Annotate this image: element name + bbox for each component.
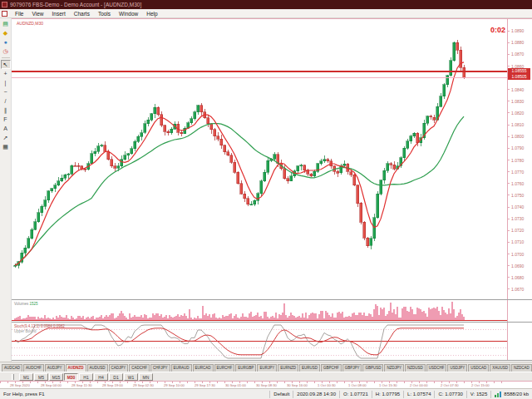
svg-text:1.0820: 1.0820: [511, 111, 525, 116]
window-title: 9079076 FBS-Demo - Demo Account - [AUDNZ…: [10, 2, 141, 7]
chart-window[interactable]: 1.08901.08801.08701.08601.08501.08401.08…: [12, 18, 532, 362]
trendline-icon[interactable]: /: [1, 96, 11, 106]
alarm-icon[interactable]: ◷: [1, 47, 11, 56]
menu-tools[interactable]: Tools: [94, 11, 115, 17]
svg-text:1.0880: 1.0880: [511, 40, 525, 45]
chart-tab-audusd[interactable]: AUDUSD: [87, 364, 108, 372]
menu-window[interactable]: Window: [115, 11, 142, 17]
globe-icon[interactable]: ●: [1, 37, 11, 47]
date-label: 2 Oct 00:00: [410, 383, 440, 387]
chart-tab-gbpchf[interactable]: GBPCHF: [321, 364, 342, 372]
date-label: 29 Sep 17:30: [195, 383, 224, 387]
svg-text:1.0810: 1.0810: [511, 122, 525, 127]
bid-price-tag: 1.08505: [508, 74, 530, 80]
menu-charts[interactable]: Charts: [70, 11, 94, 17]
svg-text:1.0840: 1.0840: [511, 87, 525, 92]
chart-tab-nzdjpy[interactable]: NZDJPY: [384, 364, 404, 372]
templates-icon[interactable]: ◆: [1, 28, 11, 37]
horizontal-line-icon[interactable]: −: [1, 87, 11, 96]
chart-tab-xauusd[interactable]: XAUUSD: [490, 364, 510, 372]
chart-tabs-bar: AUDCADAUDCHFAUDJPYAUDNZDAUDUSDCADJPYCADC…: [0, 362, 532, 372]
title-bar: 9079076 FBS-Demo - Demo Account - [AUDNZ…: [0, 0, 532, 9]
date-label: 29 Sep 02:30: [133, 383, 163, 387]
svg-text:1.0750: 1.0750: [511, 193, 525, 198]
volumes-indicator-label: Volumes 1525: [14, 302, 38, 306]
fibonacci-icon[interactable]: F: [1, 115, 11, 124]
arrow-icon[interactable]: ↗: [1, 133, 11, 142]
symbol-period-label: AUDNZD,M30: [17, 21, 43, 26]
chart-tab-audcad[interactable]: AUDCAD: [2, 364, 22, 372]
date-label: 30 Sep 08:30: [256, 383, 286, 387]
timeframe-m15[interactable]: M15: [49, 373, 63, 381]
chart-tab-nzdcad[interactable]: NZDCAD: [511, 364, 532, 372]
candle-countdown-timer: 0:02: [469, 26, 505, 34]
chart-tab-eurgbp[interactable]: EURGBP: [235, 364, 256, 372]
chart-tab-audnzd[interactable]: AUDNZD: [66, 364, 86, 372]
chart-tab-chfjpy[interactable]: CHFJPY: [150, 364, 170, 372]
menu-insert[interactable]: Insert: [47, 11, 69, 17]
chart-tab-cadjpy[interactable]: CADJPY: [109, 364, 129, 372]
oscillator-sub-label: Upper Bound: [14, 329, 37, 333]
svg-text:1.0760: 1.0760: [511, 181, 525, 186]
chart-tab-audjpy[interactable]: AUDJPY: [45, 364, 65, 372]
shapes-icon[interactable]: ▦: [1, 142, 11, 151]
svg-text:1.0780: 1.0780: [511, 158, 525, 163]
date-label: 30 Sep 16:00: [287, 383, 317, 387]
timeframe-w1[interactable]: W1: [124, 373, 138, 381]
vertical-line-icon[interactable]: |: [1, 78, 11, 87]
status-connection: 8588/20 kb: [490, 391, 532, 398]
price-chart[interactable]: 1.08901.08801.08701.08601.08501.08401.08…: [12, 18, 532, 362]
status-high: H: 1.07795: [372, 391, 403, 398]
mt4-window: 9079076 FBS-Demo - Demo Account - [AUDNZ…: [0, 0, 532, 399]
svg-text:1.0680: 1.0680: [511, 275, 525, 280]
chart-tab-gbpjpy[interactable]: GBPJPY: [342, 364, 362, 372]
date-axis: 28 Sep 202028 Sep 04:0028 Sep 11:3028 Se…: [0, 381, 532, 388]
toolbar-grip[interactable]: [12, 374, 14, 380]
chart-tab-cadchf[interactable]: CADCHF: [129, 364, 150, 372]
chart-tab-eurnzd[interactable]: EURNZD: [278, 364, 298, 372]
chart-tab-audchf[interactable]: AUDCHF: [23, 364, 44, 372]
status-bar-time: 2020.09.28 14:30: [293, 391, 339, 398]
chart-tab-gbpusd[interactable]: GBPUSD: [362, 364, 383, 372]
chart-tab-eurjpy[interactable]: EURJPY: [257, 364, 277, 372]
timeframe-h4[interactable]: H4: [94, 373, 108, 381]
timeframe-toolbar: M1M5M15M30H1H4D1W1MN: [0, 372, 532, 381]
svg-text:1.0730: 1.0730: [511, 216, 525, 221]
date-label: 1 Oct 08:00: [348, 383, 378, 387]
date-label: 1 Oct 15:30: [379, 383, 409, 387]
timeframe-m30[interactable]: M30: [64, 373, 78, 381]
svg-text:1.0710: 1.0710: [511, 239, 525, 244]
status-profile[interactable]: Default: [269, 391, 293, 398]
svg-text:1.0740: 1.0740: [511, 204, 525, 209]
menu-view[interactable]: View: [27, 11, 47, 17]
chart-tab-euraud[interactable]: EURAUD: [171, 364, 192, 372]
chart-tab-nzdusd[interactable]: NZDUSD: [405, 364, 426, 372]
svg-text:1.0830: 1.0830: [511, 99, 525, 104]
text-icon[interactable]: A: [1, 124, 11, 133]
chart-tab-usdchf[interactable]: USDCHF: [426, 364, 447, 372]
timeframe-h1[interactable]: H1: [79, 373, 93, 381]
timeframe-mn[interactable]: MN: [139, 373, 153, 381]
status-volume: V: 1525: [466, 391, 490, 398]
timeframe-m1[interactable]: M1: [19, 373, 33, 381]
channel-icon[interactable]: ∥: [1, 106, 11, 115]
ask-price-tag: 1.08555: [508, 68, 530, 74]
line-studies-toolbar: ▤◆●◷↖+|−/∥FA↗▦: [0, 18, 12, 362]
chart-tab-eurcad[interactable]: EURCAD: [193, 364, 214, 372]
chart-window-icon[interactable]: [2, 11, 7, 17]
new-order-icon[interactable]: ▤: [1, 19, 11, 28]
chart-tab-usdjpy[interactable]: USDJPY: [447, 364, 467, 372]
cursor-icon[interactable]: ↖: [1, 60, 11, 69]
timeframe-m5[interactable]: M5: [34, 373, 48, 381]
chart-tab-eurusd[interactable]: EURUSD: [299, 364, 320, 372]
date-label: 28 Sep 19:00: [102, 383, 132, 387]
chart-tab-eurchf[interactable]: EURCHF: [214, 364, 235, 372]
crosshair-icon[interactable]: +: [1, 69, 11, 78]
status-bar: For Help, press F1 Default 2020.09.28 14…: [0, 388, 532, 399]
timeframe-d1[interactable]: D1: [109, 373, 123, 381]
chart-tab-usdcad[interactable]: USDCAD: [468, 364, 489, 372]
menu-file[interactable]: File: [11, 11, 27, 17]
menu-help[interactable]: Help: [142, 11, 161, 17]
svg-text:1.0770: 1.0770: [511, 170, 525, 175]
status-readouts: Default 2020.09.28 14:30 O: 1.07721 H: 1…: [269, 389, 532, 399]
